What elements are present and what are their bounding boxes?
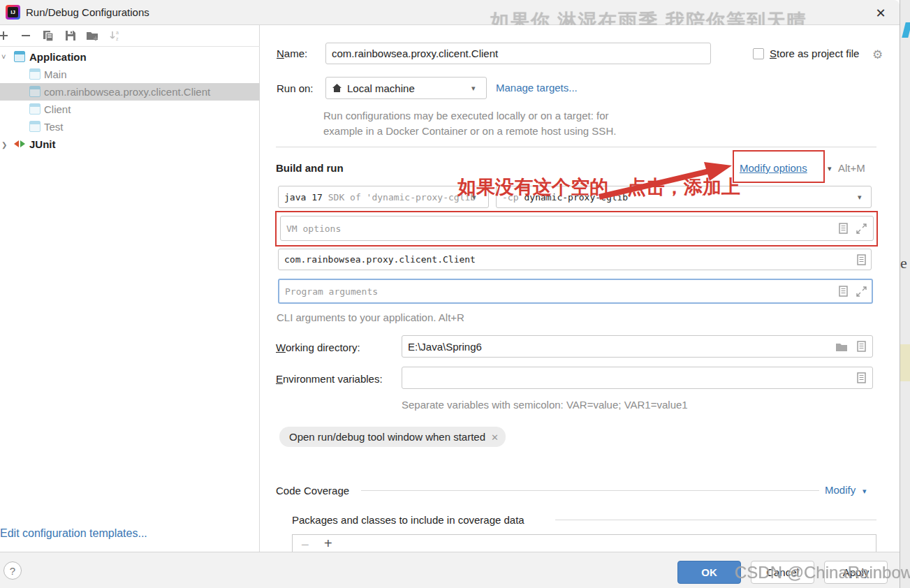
dialog-footer: ? OK Cancel Apply xyxy=(0,552,900,588)
tree-item-label: Client xyxy=(44,101,71,118)
remove-icon[interactable]: − xyxy=(301,538,309,552)
run-on-dropdown[interactable]: Local machine xyxy=(325,77,487,99)
store-as-project-checkbox[interactable] xyxy=(753,48,764,59)
store-as-project-label: Store as project file xyxy=(770,47,859,59)
background-editor-text: e xyxy=(900,254,907,272)
expand-icon[interactable] xyxy=(855,222,867,235)
gear-icon[interactable]: ⚙ xyxy=(872,47,883,62)
environment-variables-label: Environment variables: xyxy=(276,373,383,385)
list-icon[interactable] xyxy=(855,340,867,353)
svg-text:a: a xyxy=(116,30,119,35)
save-icon[interactable] xyxy=(63,28,78,43)
background-highlight xyxy=(900,344,910,381)
application-icon xyxy=(29,103,41,115)
application-icon xyxy=(29,121,41,132)
tree-item-label: com.rainbowsea.proxy.clicent.Client xyxy=(44,83,210,101)
modify-options-shortcut: Alt+M xyxy=(838,162,865,174)
chevron-down-icon: ▾ xyxy=(828,164,832,173)
coverage-packages-header: Packages and classes to include in cover… xyxy=(292,514,524,526)
background-ide-strip xyxy=(900,0,910,588)
main-class-input[interactable] xyxy=(278,249,872,270)
close-icon[interactable]: ✕ xyxy=(491,432,499,443)
configurations-sidebar: az ˅ Application Main com.rainbowsea.pro… xyxy=(0,25,260,552)
application-icon xyxy=(29,68,41,80)
jdk-value: java 17 xyxy=(284,192,323,203)
close-icon[interactable]: ✕ xyxy=(872,4,890,22)
tree-item-client[interactable]: Client xyxy=(0,101,260,118)
divider xyxy=(361,490,819,491)
run-on-help-line1: Run configurations may be executed local… xyxy=(323,110,609,122)
tree-item-junit[interactable]: ❯ JUnit xyxy=(0,135,260,153)
jre-dropdown[interactable]: java 17 SDK of 'dynamic-proxy-cglib xyxy=(278,186,489,208)
chevron-down-icon: ▾ xyxy=(472,193,476,202)
apply-button[interactable]: Apply xyxy=(824,561,888,584)
vm-options-input[interactable] xyxy=(280,216,874,241)
add-icon[interactable]: + xyxy=(324,536,332,550)
divider xyxy=(555,520,876,520)
intellij-logo-icon xyxy=(6,5,20,20)
chevron-down-icon: ▾ xyxy=(863,487,867,496)
program-arguments-input[interactable] xyxy=(278,279,873,304)
chevron-right-icon[interactable]: ❯ xyxy=(1,136,11,154)
list-icon[interactable] xyxy=(837,285,849,297)
build-and-run-header: Build and run xyxy=(276,162,344,174)
manage-targets-link[interactable]: Manage targets... xyxy=(496,82,578,94)
list-icon[interactable] xyxy=(837,222,849,235)
svg-text:z: z xyxy=(116,36,119,41)
chevron-down-icon: ▾ xyxy=(471,84,476,93)
ok-button[interactable]: OK xyxy=(677,561,741,584)
sidebar-toolbar: az xyxy=(0,25,260,47)
tree-item-main[interactable]: Main xyxy=(0,66,260,83)
title-bar: Run/Debug Configurations 如果你 淋湿在雨季 我陪你等到… xyxy=(0,0,900,25)
configuration-form: Name: Store as project file ⚙ Run on: Lo… xyxy=(260,25,900,552)
open-tool-window-chip[interactable]: Open run/debug tool window when started✕ xyxy=(279,427,506,447)
folder-icon[interactable] xyxy=(835,341,848,353)
working-directory-input[interactable] xyxy=(402,335,873,358)
application-icon xyxy=(14,51,25,62)
cancel-button[interactable]: Cancel xyxy=(751,561,814,584)
junit-icon xyxy=(14,138,25,149)
tree-item-label: Main xyxy=(44,66,67,83)
add-icon[interactable] xyxy=(0,28,11,43)
tree-item-label: JUnit xyxy=(29,135,56,153)
run-debug-configurations-dialog: e Run/Debug Configurations 如果你 淋湿在雨季 我陪你… xyxy=(0,0,910,588)
window-title: Run/Debug Configurations xyxy=(26,6,149,18)
run-on-help-line2: example in a Docker Container or on a re… xyxy=(323,125,616,137)
tree-item-label: Test xyxy=(44,118,64,135)
chevron-down-icon[interactable]: ˅ xyxy=(1,48,11,66)
coverage-modify-link[interactable]: Modify xyxy=(825,484,856,496)
jdk-hint: SDK of 'dynamic-proxy-cglib xyxy=(328,192,476,203)
application-icon xyxy=(29,86,41,97)
working-directory-label: Working directory: xyxy=(276,341,360,353)
sort-icon: az xyxy=(108,28,123,43)
tree-item-application[interactable]: ˅ Application xyxy=(0,48,260,66)
chip-label: Open run/debug tool window when started xyxy=(289,431,485,443)
configurations-tree: ˅ Application Main com.rainbowsea.proxy.… xyxy=(0,48,260,153)
copy-icon[interactable] xyxy=(41,28,56,43)
divider xyxy=(276,147,876,147)
name-label: Name: xyxy=(277,47,307,59)
tree-item-client-selected[interactable]: com.rainbowsea.proxy.clicent.Client xyxy=(0,83,260,101)
help-button[interactable]: ? xyxy=(3,561,22,580)
chevron-down-icon: ▾ xyxy=(858,193,862,202)
cp-flag: -cp xyxy=(502,192,518,203)
environment-variables-help: Separate variables with semicolon: VAR=v… xyxy=(402,399,688,411)
cp-value: dynamic-proxy-cglib xyxy=(524,192,628,203)
expand-icon[interactable] xyxy=(855,285,867,297)
home-icon xyxy=(332,83,342,93)
modify-options-link[interactable]: Modify options xyxy=(740,162,807,174)
list-icon[interactable] xyxy=(855,372,867,384)
coverage-packages-panel: − + xyxy=(292,534,876,552)
new-folder-icon[interactable] xyxy=(85,28,101,43)
edit-configuration-templates-link[interactable]: Edit configuration templates... xyxy=(0,527,147,540)
list-icon[interactable] xyxy=(855,253,867,266)
environment-variables-input[interactable] xyxy=(402,367,873,389)
code-coverage-header: Code Coverage xyxy=(276,485,349,497)
tree-item-label: Application xyxy=(29,48,87,66)
tree-item-test[interactable]: Test xyxy=(0,118,260,135)
name-input[interactable] xyxy=(325,43,711,64)
remove-icon[interactable] xyxy=(18,28,34,43)
run-on-value: Local machine xyxy=(347,82,415,94)
classpath-dropdown[interactable]: -cp dynamic-proxy-cglib xyxy=(496,186,872,208)
run-on-label: Run on: xyxy=(277,82,314,94)
